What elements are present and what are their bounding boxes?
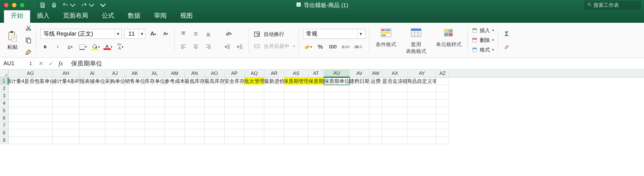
cell[interactable] — [284, 85, 308, 92]
cell[interactable] — [125, 107, 145, 114]
cell[interactable] — [284, 122, 308, 129]
cell[interactable] — [350, 85, 369, 92]
cell[interactable] — [350, 129, 369, 137]
cell[interactable] — [9, 85, 53, 92]
column-header-AZ[interactable]: AZ — [436, 69, 449, 77]
cell[interactable] — [436, 122, 449, 129]
cell[interactable] — [408, 85, 436, 92]
cell[interactable] — [264, 85, 284, 92]
cell[interactable] — [284, 107, 308, 114]
column-header-AW[interactable]: AW — [369, 69, 382, 77]
fill-color-button[interactable]: ▾ — [90, 43, 100, 51]
cell[interactable] — [436, 77, 449, 85]
cell[interactable] — [105, 100, 125, 107]
row-header[interactable]: 9 — [0, 137, 9, 144]
merge-cells-button[interactable]: 合并后居中 — [264, 43, 289, 50]
cell[interactable] — [436, 92, 449, 100]
cell[interactable]: 辅计量4是否包装单位 — [9, 77, 53, 85]
number-format-input[interactable] — [303, 30, 357, 37]
column-header-AM[interactable]: AM — [165, 69, 185, 77]
decrease-indent-button[interactable] — [223, 42, 232, 51]
cell[interactable] — [264, 114, 284, 122]
cell[interactable] — [185, 100, 205, 107]
tab-formulas[interactable]: 公式 — [95, 9, 121, 23]
qat-print-icon[interactable] — [51, 2, 57, 8]
cell[interactable] — [125, 100, 145, 107]
cell[interactable] — [408, 100, 436, 107]
cell[interactable] — [436, 137, 449, 144]
font-name-input[interactable] — [41, 30, 115, 37]
cell[interactable] — [125, 114, 145, 122]
increase-decimal-button[interactable]: .0.00 — [340, 43, 350, 51]
close-window-button[interactable] — [4, 3, 9, 7]
tab-review[interactable]: 审阅 — [147, 9, 173, 23]
cell[interactable] — [53, 100, 80, 107]
cell[interactable] — [145, 137, 165, 144]
cell[interactable] — [165, 137, 185, 144]
cell[interactable] — [350, 100, 369, 107]
cell[interactable] — [9, 129, 53, 137]
align-left-button[interactable] — [178, 42, 188, 51]
cell[interactable] — [185, 114, 205, 122]
chevron-down-icon[interactable]: ▾ — [357, 29, 364, 38]
cell[interactable] — [382, 129, 408, 137]
cell[interactable] — [185, 85, 205, 92]
cell[interactable] — [308, 122, 324, 129]
format-cells-button[interactable]: 格式▾ — [472, 46, 494, 53]
cell[interactable] — [205, 85, 225, 92]
cell[interactable] — [80, 107, 105, 114]
column-header-AJ[interactable]: AJ — [105, 69, 125, 77]
cell[interactable] — [80, 137, 105, 144]
cell[interactable] — [125, 137, 145, 144]
increase-indent-button[interactable] — [235, 42, 245, 51]
conditional-format-button[interactable]: 条件格式 — [373, 26, 398, 49]
namebox-down[interactable]: ▼ — [29, 64, 32, 66]
qat-undo-button[interactable] — [62, 2, 76, 8]
fx-button[interactable]: fx — [59, 60, 63, 67]
row-header[interactable]: 7 — [0, 122, 9, 129]
cell[interactable] — [244, 85, 264, 92]
cell[interactable] — [244, 129, 264, 137]
cell[interactable]: 最高库存 — [205, 77, 225, 85]
wrap-text-button[interactable]: 自动换行 — [264, 31, 284, 38]
cell[interactable] — [53, 114, 80, 122]
row-header[interactable]: 5 — [0, 107, 9, 114]
cell[interactable] — [225, 107, 244, 114]
cell[interactable] — [165, 129, 185, 137]
cell[interactable] — [205, 100, 225, 107]
cell[interactable] — [185, 129, 205, 137]
delete-cells-button[interactable]: 删除▾ — [472, 37, 494, 44]
cell-styles-button[interactable]: 单元格样式 — [434, 26, 464, 49]
cell[interactable] — [264, 129, 284, 137]
minimize-window-button[interactable] — [12, 3, 16, 7]
decrease-decimal-button[interactable]: .00.0 — [353, 43, 363, 51]
cell[interactable] — [324, 137, 350, 144]
cell[interactable]: 保质期单位 — [324, 77, 350, 85]
cell[interactable] — [80, 122, 105, 129]
cell[interactable] — [324, 114, 350, 122]
cell[interactable] — [324, 122, 350, 129]
cell[interactable] — [308, 100, 324, 107]
cell[interactable]: 最新进价 — [264, 77, 284, 85]
column-header-AS[interactable]: AS — [284, 69, 308, 77]
cell[interactable] — [9, 137, 53, 144]
cell[interactable] — [125, 92, 145, 100]
cell[interactable] — [408, 92, 436, 100]
cell[interactable] — [105, 85, 125, 92]
cell[interactable] — [408, 122, 436, 129]
cell[interactable] — [264, 92, 284, 100]
column-header-AQ[interactable]: AQ — [244, 69, 264, 77]
cell[interactable]: 保质期 — [308, 77, 324, 85]
tab-view[interactable]: 视图 — [173, 9, 200, 23]
cell[interactable] — [165, 100, 185, 107]
cell[interactable] — [244, 107, 264, 114]
row-header[interactable]: 8 — [0, 129, 9, 137]
cell[interactable]: 辅计量4条码 — [53, 77, 80, 85]
cell[interactable] — [225, 129, 244, 137]
formula-input[interactable]: 保质期单位 — [68, 59, 644, 68]
cell[interactable] — [284, 137, 308, 144]
row-header[interactable]: 2 — [0, 85, 9, 92]
cell[interactable] — [369, 129, 382, 137]
cell[interactable] — [408, 129, 436, 137]
cell[interactable] — [308, 114, 324, 122]
